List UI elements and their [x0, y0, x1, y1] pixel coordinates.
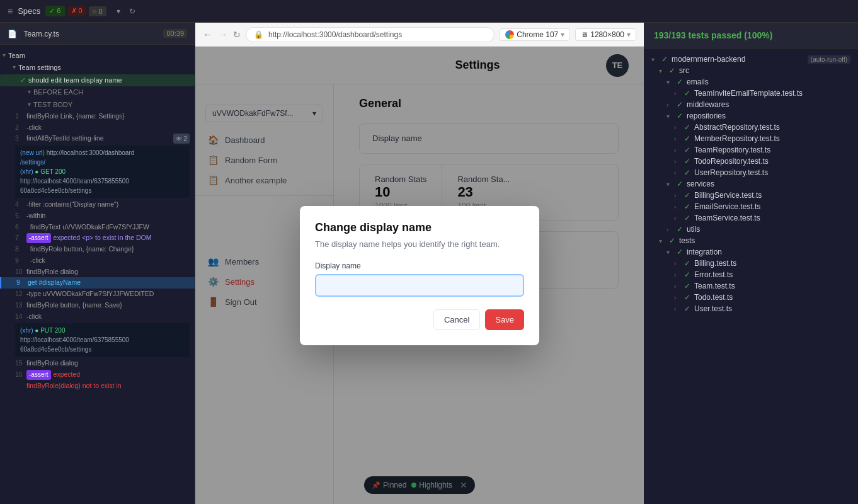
step-num: 1 [15, 112, 26, 122]
rt-label: TodoRepository.test.ts [694, 157, 850, 166]
modal-actions: Cancel Save [315, 309, 524, 330]
chevron-icon: › [674, 158, 682, 165]
step-7[interactable]: 7 -assert expected <p> to exist in the D… [0, 232, 195, 244]
step-num: 9 [15, 256, 26, 266]
nav-back-icon[interactable]: ← [203, 29, 213, 40]
step-3[interactable]: 3 findAllByTestId setting-line 👁 2 [0, 133, 195, 144]
rt-item-middlewares[interactable]: › ✓ middlewares [644, 99, 858, 110]
display-name-input[interactable] [315, 274, 524, 297]
file-name: Team.cy.ts [23, 30, 59, 38]
chevron-icon: › [674, 272, 682, 278]
step-5[interactable]: 5 -within [0, 210, 195, 222]
rt-item-user-repo[interactable]: › ✓ UserRepository.test.ts [644, 167, 858, 178]
step-4[interactable]: 4 -filter :contains("Display name") [0, 199, 195, 210]
rt-item-billing-service[interactable]: › ✓ BillingService.test.ts [644, 190, 858, 201]
step-text: findByRole Link, {name: Settings} [26, 112, 190, 122]
reload-icon[interactable]: ↻ [233, 30, 241, 40]
chevron-icon: › [674, 124, 682, 131]
rt-item-billing-test[interactable]: › ✓ Billing.test.ts [644, 258, 858, 269]
step-15[interactable]: 15 findByRole dialog [0, 358, 195, 369]
rt-item-backend[interactable]: ▾ ✓ modernmern-backend (auto-run-off) [644, 54, 858, 65]
rt-item-team-invite-email[interactable]: › ✓ TeamInviteEmailTemplate.test.ts [644, 88, 858, 99]
check-icon: ✓ [661, 55, 668, 64]
before-each-item[interactable]: ▾ BEFORE EACH [0, 86, 195, 98]
test-body-label: TEST BODY [33, 100, 72, 110]
step-12[interactable]: 12 -type uVVWODkakFdFw7SfYJJFWEDITED [0, 289, 195, 300]
rt-item-src[interactable]: ▾ ✓ src [644, 65, 858, 76]
step-findby[interactable]: findByRole(dialog) not to exist in [0, 381, 195, 392]
chevron-icon: › [674, 260, 682, 267]
chevron-icon: › [674, 135, 682, 142]
step-num: 4 [15, 200, 26, 210]
step-10[interactable]: 10 findByRole dialog [0, 266, 195, 278]
modal-dialog: Change display name The display name hel… [300, 206, 539, 345]
right-panel: 193/193 tests passed (100%) ▾ ✓ modernme… [644, 23, 858, 504]
cancel-button[interactable]: Cancel [433, 309, 480, 330]
nav-forward-icon[interactable]: → [218, 29, 228, 40]
rt-item-team-repo[interactable]: › ✓ TeamRepository.test.ts [644, 144, 858, 156]
test-name-label: should edit team display name [28, 76, 122, 85]
rt-item-team-service[interactable]: › ✓ TeamService.test.ts [644, 212, 858, 224]
rt-label: src [679, 66, 850, 75]
rt-item-services[interactable]: ▾ ✓ services [644, 178, 858, 190]
rt-item-error-test[interactable]: › ✓ Error.test.ts [644, 269, 858, 280]
expand-button[interactable]: ▾ [114, 6, 123, 17]
rt-label: Error.test.ts [694, 270, 850, 279]
rt-item-utils[interactable]: › ✓ utils [644, 224, 858, 235]
check-icon: ✓ [684, 157, 690, 166]
step-num: 8 [15, 244, 26, 255]
fail-badge: ✗ 0 [67, 6, 86, 16]
rt-item-emails[interactable]: ▾ ✓ emails [644, 76, 858, 88]
address-bar[interactable]: 🔒 http://localhost:3000/dashboard/settin… [246, 27, 495, 42]
rt-label: Team.test.ts [694, 282, 850, 290]
rt-badge: (auto-run-off) [808, 55, 850, 64]
time-badge: 00:39 [163, 29, 187, 38]
hamburger-icon[interactable]: ≡ [8, 6, 13, 16]
rt-item-email-service[interactable]: › ✓ EmailService.test.ts [644, 201, 858, 212]
rt-label: Billing.test.ts [694, 259, 850, 268]
rt-item-todo-test[interactable]: › ✓ Todo.test.ts [644, 292, 858, 303]
rt-label: Todo.test.ts [694, 293, 850, 302]
step-13[interactable]: 13 findByRole button, {name: Save} [0, 300, 195, 311]
xhr-url: http://localhost:4000/team/637585550060a… [20, 176, 185, 195]
step-8[interactable]: 8 findByRole button, {name: Change} [0, 244, 195, 255]
rt-label: utils [687, 225, 850, 234]
rt-label: services [687, 180, 850, 188]
rt-item-tests[interactable]: ▾ ✓ tests [644, 235, 858, 246]
step-9[interactable]: 9 -click [0, 255, 195, 266]
assert-badge: -assert [26, 233, 51, 243]
rt-item-repositories[interactable]: ▾ ✓ repositories [644, 110, 858, 122]
top-bar-controls: ▾ ↻ [114, 6, 138, 17]
step-14[interactable]: 14 -click [0, 311, 195, 323]
step-text: findByRole(dialog) not to exist in [26, 381, 190, 391]
rt-label: repositories [687, 112, 850, 120]
step-6[interactable]: 6 findByText uVVWODkakFdFw7SfYJJFW [0, 222, 195, 233]
suite-team[interactable]: ▾ Team [0, 50, 195, 62]
step-1[interactable]: 1 findByRole Link, {name: Settings} [0, 111, 195, 122]
rt-item-todo-repo[interactable]: › ✓ TodoRepository.test.ts [644, 156, 858, 167]
rt-item-team-test[interactable]: › ✓ Team.test.ts [644, 280, 858, 292]
rt-item-abstract-repo[interactable]: › ✓ AbstractRepository.test.ts [644, 122, 858, 133]
rt-label: TeamRepository.test.ts [694, 146, 850, 154]
assert-text: expected <p> to exist in the DOM [54, 233, 152, 243]
step-11[interactable]: 9 get #displayName [0, 277, 195, 289]
step-num: 9 [16, 278, 28, 288]
rt-item-member-repo[interactable]: › ✓ MemberRepository.test.ts [644, 133, 858, 144]
refresh-button[interactable]: ↻ [127, 6, 138, 17]
rt-item-user-test[interactable]: › ✓ User.test.ts [644, 303, 858, 314]
step-text: -click [26, 256, 190, 266]
modal-overlay[interactable]: Change display name The display name hel… [195, 47, 644, 504]
chevron-icon: › [674, 203, 682, 210]
step-16[interactable]: 16 -assert expected [0, 369, 195, 381]
rt-label: modernmern-backend [672, 55, 808, 64]
step-2[interactable]: 2 -click [0, 122, 195, 134]
check-icon: ✓ [684, 134, 690, 143]
rt-item-integration[interactable]: ▾ ✓ integration [644, 246, 858, 258]
test-name-item[interactable]: ✓ should edit team display name [0, 74, 195, 86]
test-body-item[interactable]: ▾ TEST BODY [0, 99, 195, 111]
save-button[interactable]: Save [485, 309, 524, 330]
team-settings-item[interactable]: ▾ Team settings [0, 62, 195, 74]
step-num: 6 [15, 222, 26, 232]
xhr-get: (xhr) ● GET 200 [20, 167, 185, 176]
xhr-info: /settings/ [20, 158, 185, 167]
